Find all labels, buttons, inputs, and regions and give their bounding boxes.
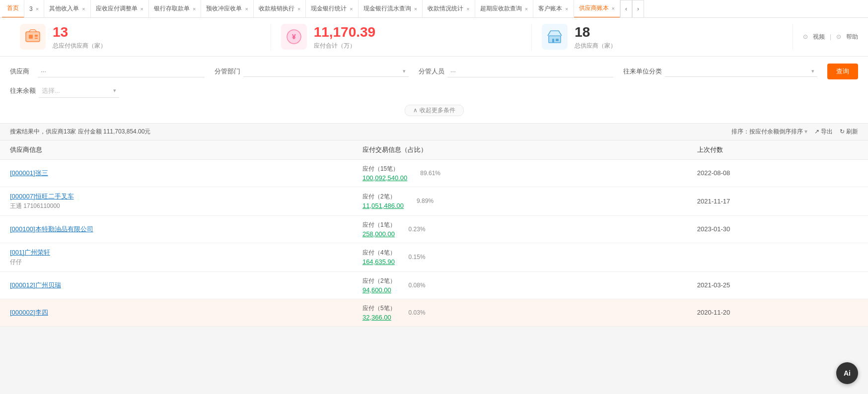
nav-tab-collection[interactable]: 收款核销执行 × bbox=[254, 0, 306, 18]
svg-rect-2 bbox=[35, 35, 38, 37]
supplier-link[interactable]: [000100]本特勤油品有限公司 bbox=[10, 225, 93, 233]
last-pay-cell: 2023-01-30 bbox=[687, 215, 868, 243]
supplier-label: 供应商 bbox=[10, 67, 35, 76]
nav-tab-other-income[interactable]: 其他收入单 × bbox=[44, 0, 90, 18]
table-row: [000001]张三 应付（15笔） 100,092,540.00 89.61%… bbox=[0, 159, 868, 187]
nav-tab-cash-flow[interactable]: 现金银行流水查询 × bbox=[359, 0, 423, 18]
col-supplier-info: 供应商信息 bbox=[0, 140, 353, 160]
table-row: [000012]广州贝瑞 应付（2笔） 94,600.00 0.08% 2021… bbox=[0, 271, 868, 299]
nav-tab-label: 3 bbox=[29, 5, 33, 12]
balance-label: 往来余额 bbox=[10, 86, 36, 95]
supplier-sub: 王通 17106110000 bbox=[10, 202, 343, 210]
pay-label: 应付（5笔） bbox=[362, 304, 396, 313]
nav-tab-bank[interactable]: 银行存取款单 × bbox=[149, 0, 201, 18]
amount-link[interactable]: 11,051,486.00 bbox=[362, 202, 404, 209]
nav-tab-home[interactable]: 首页 bbox=[2, 0, 24, 18]
export-button[interactable]: ↗ 导出 bbox=[814, 128, 833, 136]
supplier-link[interactable]: [001]广州荣轩 bbox=[10, 249, 50, 256]
table-body: [000001]张三 应付（15笔） 100,092,540.00 89.61%… bbox=[0, 159, 868, 326]
close-icon[interactable]: × bbox=[525, 6, 528, 12]
nav-tab-customer-ledger[interactable]: 客户账本 × bbox=[533, 0, 574, 18]
table-header: 供应商信息 应付交易信息（占比） 上次付数 bbox=[0, 140, 868, 160]
collapse-button[interactable]: ∧ 收起更多条件 bbox=[405, 105, 464, 116]
amount-link[interactable]: 32,366.00 bbox=[362, 314, 391, 321]
table-row: [000007]恒旺二手叉车王通 17106110000 应付（2笔） 11,0… bbox=[0, 187, 868, 215]
query-button[interactable]: 查询 bbox=[827, 64, 858, 79]
supplier-sub: 仔仔 bbox=[10, 258, 343, 266]
chevron-up-icon: ∧ bbox=[413, 107, 418, 114]
balance-filter: 往来余额 选择... ▾ bbox=[10, 84, 119, 98]
transaction-cell: 应付（1笔） 258,000.00 0.23% bbox=[353, 215, 687, 243]
total-payable-suppliers: 13 bbox=[53, 24, 106, 41]
close-icon[interactable]: × bbox=[612, 5, 615, 11]
close-icon[interactable]: × bbox=[36, 6, 39, 12]
close-icon[interactable]: × bbox=[565, 6, 568, 12]
amount-link[interactable]: 94,600.00 bbox=[362, 286, 391, 294]
chevron-down-icon: ▾ bbox=[804, 128, 807, 135]
close-icon[interactable]: × bbox=[193, 6, 196, 12]
amount-icon: ¥ bbox=[281, 24, 307, 50]
refresh-button[interactable]: ↻ 刷新 bbox=[840, 128, 858, 136]
nav-left-arrow[interactable]: ‹ bbox=[620, 0, 632, 18]
close-icon[interactable]: × bbox=[466, 6, 469, 12]
top-nav: 首页 3 × 其他收入单 × 应收应付调整单 × 银行存取款单 × 预收冲应收单… bbox=[0, 0, 868, 18]
nav-tab-supplier-ledger[interactable]: 供应商账本 × bbox=[574, 0, 620, 18]
pay-label: 应付（1笔） bbox=[362, 221, 396, 229]
nav-tab-3[interactable]: 3 × bbox=[24, 0, 44, 18]
main-content: 供应商信息 应付交易信息（占比） 上次付数 [000001]张三 应付（15笔）… bbox=[0, 140, 868, 327]
category-label: 往来单位分类 bbox=[623, 67, 662, 76]
close-icon[interactable]: × bbox=[141, 6, 144, 12]
balance-select[interactable]: 选择... ▾ bbox=[39, 84, 119, 98]
supplier-link[interactable]: [000007]恒旺二手叉车 bbox=[10, 193, 74, 200]
person-input[interactable] bbox=[447, 66, 613, 77]
nav-tab-overdue[interactable]: 超期应收款查询 × bbox=[475, 0, 533, 18]
summary-card-total: 18 总供应商（家） bbox=[532, 24, 793, 50]
supplier-link[interactable]: [000001]张三 bbox=[10, 169, 48, 177]
svg-rect-7 bbox=[552, 39, 554, 43]
result-actions: 排序：按应付余额倒序排序 ▾ ↗ 导出 ↻ 刷新 bbox=[731, 128, 858, 136]
close-icon[interactable]: × bbox=[245, 6, 248, 12]
close-icon[interactable]: × bbox=[82, 6, 85, 12]
supplier-cell: [000002]李四 bbox=[0, 299, 353, 326]
help-link[interactable]: 帮助 bbox=[846, 33, 858, 41]
supplier-cell: [000001]张三 bbox=[0, 159, 353, 187]
close-icon[interactable]: × bbox=[350, 6, 353, 12]
store-icon bbox=[542, 24, 568, 50]
amount-link[interactable]: 164,635.90 bbox=[362, 258, 395, 265]
separator: | bbox=[830, 33, 831, 40]
nav-tab-cash-stat[interactable]: 现金银行统计 × bbox=[306, 0, 358, 18]
total-payable-amount-label: 应付合计（万） bbox=[314, 42, 376, 50]
supplier-link[interactable]: [000002]李四 bbox=[10, 309, 48, 316]
table-row: [001]广州荣轩仔仔 应付（4笔） 164,635.90 0.15% bbox=[0, 243, 868, 271]
category-select[interactable]: ▾ bbox=[665, 66, 818, 77]
nav-tab-prepay[interactable]: 预收冲应收单 × bbox=[201, 0, 253, 18]
transaction-cell: 应付（15笔） 100,092,540.00 89.61% bbox=[353, 159, 687, 187]
nav-tab-collect-stat[interactable]: 收款情况统计 × bbox=[423, 0, 475, 18]
dept-select[interactable]: ▾ bbox=[243, 66, 409, 77]
video-link[interactable]: 视频 bbox=[813, 33, 825, 41]
sort-dropdown[interactable]: 排序：按应付余额倒序排序 ▾ bbox=[731, 128, 807, 136]
supplier-cell: [000100]本特勤油品有限公司 bbox=[0, 215, 353, 243]
supplier-input[interactable] bbox=[38, 66, 205, 77]
collapse-bar: ∧ 收起更多条件 bbox=[10, 103, 858, 118]
chevron-down-icon: ▾ bbox=[403, 68, 406, 74]
category-filter: 往来单位分类 ▾ bbox=[623, 66, 818, 77]
last-pay-date: 2022-08-08 bbox=[697, 169, 730, 177]
close-icon[interactable]: × bbox=[297, 6, 300, 12]
nav-tab-label: 首页 bbox=[7, 4, 19, 12]
nav-tab-adjust[interactable]: 应收应付调整单 × bbox=[91, 0, 149, 18]
card-info-total: 18 总供应商（家） bbox=[575, 24, 616, 50]
refresh-label: 刷新 bbox=[846, 128, 858, 136]
amount-link[interactable]: 100,092,540.00 bbox=[362, 174, 407, 182]
total-suppliers-label: 总供应商（家） bbox=[575, 42, 616, 50]
nav-right-arrow[interactable]: › bbox=[632, 0, 644, 18]
amount-link[interactable]: 258,000.00 bbox=[362, 230, 395, 238]
svg-rect-8 bbox=[556, 39, 559, 41]
supplier-table: 供应商信息 应付交易信息（占比） 上次付数 [000001]张三 应付（15笔）… bbox=[0, 140, 868, 327]
close-icon[interactable]: × bbox=[414, 6, 417, 12]
transaction-cell: 应付（2笔） 11,051,486.00 9.89% bbox=[353, 187, 687, 215]
last-pay-date: 2021-11-17 bbox=[697, 197, 730, 205]
supplier-link[interactable]: [000012]广州贝瑞 bbox=[10, 281, 61, 289]
pay-label: 应付（2笔） bbox=[362, 193, 404, 201]
card-info-suppliers: 13 总应付供应商（家） bbox=[53, 24, 106, 50]
